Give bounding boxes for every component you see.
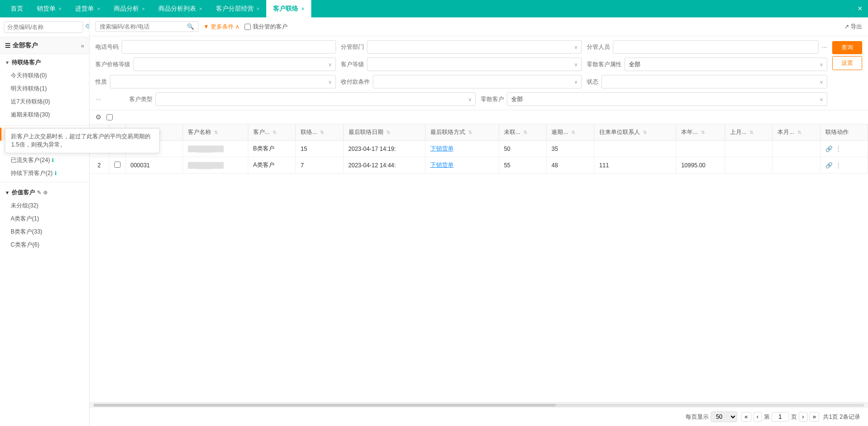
- first-page-btn[interactable]: «: [741, 412, 751, 422]
- filter-customer-grade-select[interactable]: ∨: [367, 58, 581, 71]
- td-row2-last-method[interactable]: 下销货单: [425, 157, 499, 174]
- th-related-person[interactable]: 往来单位联系人 ⇅: [594, 124, 676, 141]
- value-customers-edit-icon[interactable]: ✎: [37, 190, 41, 196]
- sidebar-collapse-btn[interactable]: »: [81, 42, 84, 49]
- filter-dept-select[interactable]: ∨: [367, 40, 581, 54]
- filter-retail-customer-label: 零散客户: [481, 95, 504, 103]
- nav-sales[interactable]: 销货单 ×: [30, 0, 68, 17]
- scrollbar-track[interactable]: [93, 404, 864, 407]
- filter-status-select[interactable]: ∨: [601, 75, 827, 88]
- th-name-sort: ⇅: [214, 130, 218, 135]
- waiting-contact-arrow: ▼: [5, 60, 10, 65]
- nav-customer-contact-close[interactable]: ×: [301, 6, 304, 12]
- scrollbar-thumb[interactable]: [93, 404, 556, 407]
- sidebar-search-icon[interactable]: 🔍: [85, 24, 90, 30]
- th-name[interactable]: 客户名称 ⇅: [183, 124, 248, 141]
- td-row2-num: 2: [90, 157, 109, 174]
- nav-purchase[interactable]: 进货单 ×: [68, 0, 107, 17]
- nav-home[interactable]: 首页: [4, 0, 30, 17]
- th-this-month[interactable]: 本月... ⇅: [773, 124, 820, 141]
- th-contact-count[interactable]: 联络... ⇅: [296, 124, 343, 141]
- next-page-btn[interactable]: ›: [799, 412, 807, 422]
- filter-row4-dots[interactable]: ···: [95, 95, 101, 103]
- td-row1-last-method[interactable]: 下销货单: [425, 141, 499, 157]
- sidebar-class-c[interactable]: C类客户(6): [0, 238, 89, 251]
- filter-customer-type-select[interactable]: ∨: [155, 92, 476, 106]
- page-nav: « ‹ 第 页 › »: [741, 412, 819, 422]
- td-row2-checkbox[interactable]: [109, 157, 125, 174]
- row2-last-method-link[interactable]: 下销货单: [430, 162, 454, 168]
- nav-product-analysis-list-close[interactable]: ×: [199, 6, 202, 12]
- th-uncontacted-label: 未联...: [504, 129, 520, 135]
- select-all-checkbox[interactable]: [107, 114, 113, 120]
- page-input[interactable]: [772, 412, 789, 422]
- filter-payment-select[interactable]: ∨: [373, 75, 581, 88]
- last-page-btn[interactable]: »: [809, 412, 820, 422]
- nav-sales-close[interactable]: ×: [59, 6, 61, 12]
- all-customers-header[interactable]: ☰ 全部客户 »: [0, 37, 89, 54]
- td-row1-related-person: [594, 141, 676, 157]
- th-type[interactable]: 客户... ⇅: [248, 124, 295, 141]
- sidebar-lost-customers[interactable]: 已流失客户(24) ℹ: [0, 154, 89, 167]
- filter-price-grade-select[interactable]: ∨: [133, 58, 336, 71]
- value-customers-title[interactable]: ▼ 价值客户 ✎ ⊕: [0, 186, 89, 199]
- nav-customer-segment-close[interactable]: ×: [257, 6, 259, 12]
- nav-product-analysis[interactable]: 商品分析 ×: [107, 0, 152, 17]
- value-customers-add-icon[interactable]: ⊕: [43, 190, 47, 196]
- nav-customer-segment[interactable]: 客户分层经营 ×: [209, 0, 266, 17]
- window-close-icon[interactable]: ×: [858, 4, 862, 13]
- query-button[interactable]: 查询: [832, 41, 862, 54]
- filter-phone-input[interactable]: [122, 40, 336, 54]
- filter-dept-cell: 分管部门 ∨: [341, 40, 581, 54]
- nav-product-analysis-close[interactable]: ×: [142, 6, 145, 12]
- more-conditions-btn[interactable]: ▼ 更多条件 ∧: [203, 23, 240, 31]
- row2-checkbox[interactable]: [114, 162, 121, 168]
- table-settings-icon[interactable]: ⚙: [95, 113, 102, 121]
- settings-button[interactable]: 设置: [832, 56, 862, 70]
- sidebar-item-today[interactable]: 今天待联络(0): [0, 69, 89, 82]
- sidebar-class-b[interactable]: B类客户(33): [0, 225, 89, 238]
- filter-nature-select[interactable]: ∨: [110, 75, 336, 88]
- row1-action-link-icon[interactable]: 🔗: [825, 146, 833, 152]
- th-this-month-label: 本月...: [777, 129, 794, 135]
- row2-action-qr-icon[interactable]: ⋮: [836, 162, 841, 169]
- pagination: 每页显示 50 100 200 « ‹ 第 页 › » 共1页 2条记录: [90, 407, 868, 426]
- export-btn[interactable]: ↗ 导出: [844, 23, 862, 31]
- nav-product-analysis-list[interactable]: 商品分析列表 ×: [152, 0, 209, 17]
- th-overdue[interactable]: 逾期... ⇅: [547, 124, 594, 141]
- th-last-date[interactable]: 最后联络日期 ⇅: [343, 124, 425, 141]
- my-customers-checkbox[interactable]: [244, 24, 251, 30]
- filter-retail-customer-select[interactable]: 全部 ∨: [507, 92, 827, 106]
- filter-retail-attr-select[interactable]: 全部 ∨: [624, 58, 827, 71]
- sidebar-item-tomorrow[interactable]: 明天待联络(1): [0, 82, 89, 95]
- th-last-method[interactable]: 最后联络方式 ⇅: [425, 124, 499, 141]
- th-this-year[interactable]: 本年... ⇅: [676, 124, 725, 141]
- horizontal-scrollbar[interactable]: [90, 402, 868, 407]
- sidebar-item-7days[interactable]: 近7天待联络(0): [0, 95, 89, 108]
- th-last-month[interactable]: 上月... ⇅: [725, 124, 773, 141]
- row1-last-method-link[interactable]: 下销货单: [430, 145, 454, 152]
- td-row2-code: 000031: [125, 157, 183, 174]
- prev-page-btn[interactable]: ‹: [753, 412, 762, 422]
- filter-person-dots[interactable]: ···: [822, 43, 827, 51]
- sidebar-declining-customers[interactable]: 持续下滑客户(2) ℹ: [0, 167, 89, 180]
- customer-search-icon[interactable]: 🔍: [187, 23, 194, 30]
- sidebar-ungrouped[interactable]: 未分组(32): [0, 199, 89, 212]
- waiting-contact-title[interactable]: ▼ 待联络客户: [0, 56, 89, 69]
- td-row2-this-year: 10995.00: [676, 157, 725, 174]
- sidebar-search-input[interactable]: [4, 21, 83, 33]
- per-page-select[interactable]: 50 100 200: [711, 411, 737, 422]
- row2-action-link-icon[interactable]: 🔗: [825, 162, 833, 169]
- waiting-contact-label: 待联络客户: [12, 59, 41, 67]
- sidebar-item-overdue[interactable]: 逾期未联络(30): [0, 108, 89, 121]
- nav-purchase-close[interactable]: ×: [97, 6, 100, 12]
- nav-customer-contact[interactable]: 客户联络 ×: [266, 0, 311, 17]
- th-uncontacted[interactable]: 未联... ⇅: [499, 124, 546, 141]
- waiting-contact-group: ▼ 待联络客户 今天待联络(0) 明天待联络(1) 近7天待联络(0) 逾期未联…: [0, 54, 89, 123]
- filter-person-input[interactable]: [613, 40, 819, 54]
- customer-search-input[interactable]: [100, 23, 187, 30]
- filter-buttons: 查询 设置: [832, 40, 862, 70]
- nav-product-analysis-list-label: 商品分析列表: [158, 4, 196, 13]
- row1-action-qr-icon[interactable]: ⋮: [836, 146, 841, 152]
- sidebar-class-a[interactable]: A类客户(1): [0, 212, 89, 225]
